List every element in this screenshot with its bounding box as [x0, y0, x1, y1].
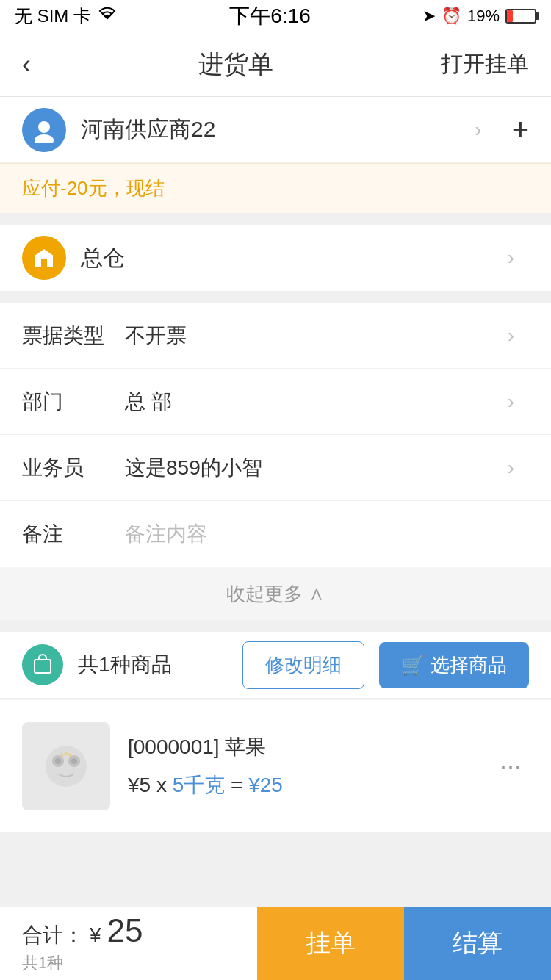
product-code: [0000001]: [128, 735, 220, 758]
remark-label: 备注: [22, 520, 125, 548]
svg-rect-5: [35, 660, 51, 673]
product-thumbnail: [22, 722, 110, 810]
product-icon: [22, 644, 63, 685]
balance-notice: 应付-20元，现结: [0, 163, 551, 213]
price-equals: =: [231, 774, 248, 796]
invoice-value: 不开票: [125, 322, 508, 350]
supplier-row[interactable]: 河南供应商22 › +: [0, 97, 551, 163]
footer-total: 合计： ¥ 25 共1种: [0, 912, 257, 974]
svg-point-10: [71, 758, 77, 764]
price-multiply: x: [156, 774, 173, 796]
svg-rect-4: [41, 259, 47, 267]
svg-marker-3: [34, 249, 54, 256]
invoice-chevron-icon: ›: [508, 324, 514, 347]
product-name: [0000001] 苹果: [128, 733, 475, 761]
product-info: [0000001] 苹果 ¥5 x 5千克 = ¥25: [128, 733, 475, 799]
product-item: [0000001] 苹果 ¥5 x 5千克 = ¥25 ···: [0, 699, 551, 832]
page-title: 进货单: [198, 48, 273, 82]
product-header: 共1种商品 修改明细 🛒 选择商品: [0, 632, 551, 698]
warehouse-row[interactable]: 总仓 ›: [0, 225, 551, 291]
warehouse-chevron-icon: ›: [508, 246, 514, 270]
location-icon: ➤: [422, 7, 436, 26]
divider: [497, 112, 497, 148]
invoice-label: 票据类型: [22, 322, 125, 350]
nav-bar: ‹ 进货单 打开挂单: [0, 32, 551, 97]
content: 河南供应商22 › + 应付-20元，现结 总仓 › 票据类型 不开票 ›: [0, 97, 551, 920]
product-title: 苹果: [225, 735, 266, 758]
battery-percent: 19%: [467, 7, 500, 26]
supplier-name: 河南供应商22: [81, 115, 475, 145]
product-quantity: 5千克: [173, 774, 226, 796]
warehouse-icon: [22, 236, 66, 280]
warehouse-label: 总仓: [81, 243, 508, 273]
status-bar: 无 SIM 卡 下午6:16 ➤ ⏰ 19%: [0, 0, 551, 32]
product-count-label: 共1种商品: [78, 651, 228, 679]
department-value: 总 部: [125, 388, 508, 416]
cart-icon: 🛒: [401, 654, 425, 677]
product-more-button[interactable]: ···: [492, 743, 529, 789]
remark-row[interactable]: 备注 备注内容: [0, 501, 551, 567]
status-left: 无 SIM 卡: [15, 4, 118, 28]
total-text: 合计：: [22, 921, 84, 949]
product-total: ¥25: [248, 774, 283, 796]
wifi-icon: [97, 6, 118, 26]
svg-point-9: [55, 758, 61, 764]
select-product-button[interactable]: 🛒 选择商品: [379, 642, 529, 688]
department-row[interactable]: 部门 总 部 ›: [0, 369, 551, 435]
battery-icon: [505, 9, 536, 24]
open-pending-button[interactable]: 打开挂单: [441, 49, 529, 79]
salesperson-row[interactable]: 业务员 这是859的小智 ›: [0, 435, 551, 501]
salesperson-chevron-icon: ›: [508, 456, 514, 480]
total-amount: 25: [107, 912, 143, 949]
svg-point-0: [38, 121, 50, 133]
form-card: 票据类型 不开票 › 部门 总 部 › 业务员 这是859的小智 › 备注 备注…: [0, 303, 551, 567]
pending-button[interactable]: 挂单: [257, 907, 404, 980]
department-label: 部门: [22, 388, 125, 416]
department-chevron-icon: ›: [508, 390, 514, 414]
status-right: ➤ ⏰ 19%: [422, 7, 536, 26]
svg-point-1: [35, 134, 54, 143]
select-product-label: 选择商品: [431, 652, 507, 678]
supplier-chevron-icon: ›: [475, 118, 481, 142]
footer: 合计： ¥ 25 共1种 挂单 结算: [0, 907, 551, 980]
status-time: 下午6:16: [229, 2, 311, 30]
salesperson-label: 业务员: [22, 454, 125, 482]
invoice-row[interactable]: 票据类型 不开票 ›: [0, 303, 551, 369]
footer-count: 共1种: [22, 952, 257, 974]
carrier-text: 无 SIM 卡: [15, 4, 91, 28]
collapse-toggle[interactable]: 收起更多 ∧: [0, 567, 551, 620]
warehouse-card: 总仓 ›: [0, 225, 551, 291]
checkout-button[interactable]: 结算: [404, 907, 551, 980]
avatar: [22, 108, 66, 152]
total-label: 合计： ¥ 25: [22, 912, 257, 949]
remark-input[interactable]: 备注内容: [125, 520, 529, 548]
add-supplier-button[interactable]: +: [512, 113, 529, 146]
product-price: ¥5 x 5千克 = ¥25: [128, 771, 475, 799]
salesperson-value: 这是859的小智: [125, 454, 508, 482]
back-button[interactable]: ‹: [22, 49, 31, 80]
currency-symbol: ¥: [90, 923, 101, 947]
price-base: ¥5: [128, 774, 151, 796]
collapse-label: 收起更多 ∧: [226, 581, 324, 607]
edit-detail-button[interactable]: 修改明细: [242, 641, 364, 689]
alarm-icon: ⏰: [442, 7, 461, 26]
supplier-card: 河南供应商22 › + 应付-20元，现结: [0, 97, 551, 213]
